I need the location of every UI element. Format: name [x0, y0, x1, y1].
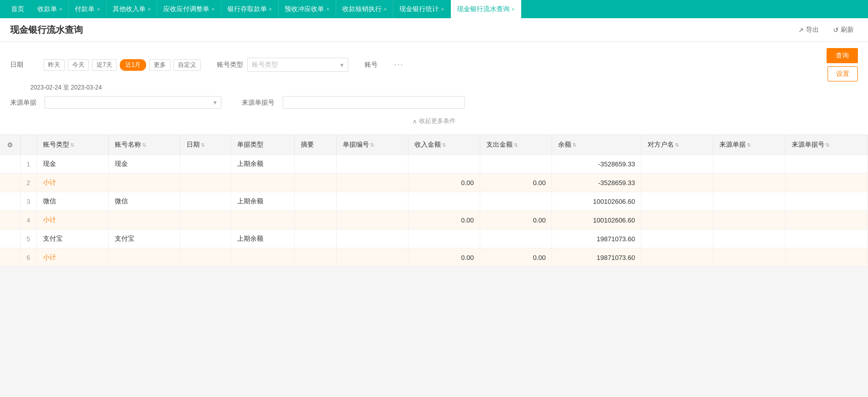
close-icon[interactable]: × [211, 6, 214, 12]
source-doc-select[interactable]: ▾ [44, 96, 221, 109]
cell-account-type: 小计 [36, 211, 108, 230]
nav-tab-预收冲应收单[interactable]: 预收冲应收单× [279, 0, 336, 18]
filter-area: 日期 昨天今天近7天近1月更多自定义 账号类型 账号类型 ▾ 账号 ··· 查询… [0, 42, 868, 135]
sort-icon: ⇅ [70, 142, 74, 148]
column-source_doc_no[interactable]: 来源单据号⇅ [785, 135, 867, 155]
cell-counterpart [642, 230, 713, 248]
close-icon[interactable]: × [148, 6, 151, 12]
export-button[interactable]: ↗ 导出 [794, 23, 823, 36]
date-options-group: 昨天今天近7天近1月更多自定义 [43, 59, 201, 71]
cell-source-doc-no [785, 230, 867, 248]
cell-doc-no [336, 248, 408, 267]
table-row: 2小计0.000.00-3528659.33 [0, 173, 868, 192]
close-icon[interactable]: × [326, 6, 329, 12]
nav-tab-收款核销执行[interactable]: 收款核销执行× [336, 0, 393, 18]
sort-icon: ⇅ [572, 142, 576, 148]
cell-summary [294, 173, 336, 192]
tab-label: 收款单 [37, 5, 57, 14]
nav-tab-收款单[interactable]: 收款单× [31, 0, 69, 18]
row-gear [0, 248, 20, 267]
cell-income [408, 155, 480, 173]
column-income[interactable]: 收入金额⇅ [408, 135, 480, 155]
cell-summary [294, 192, 336, 211]
cell-account-name: 现金 [108, 155, 180, 173]
cell-source-doc [713, 192, 785, 211]
nav-tab-现金银行统计[interactable]: 现金银行统计× [393, 0, 450, 18]
data-table: ⚙账号类型⇅账号名称⇅日期⇅单据类型摘要单据编号⇅收入金额⇅支出金额⇅余额⇅对方… [0, 135, 868, 267]
table-row: 4小计0.000.00100102606.60 [0, 211, 868, 230]
column-account_name[interactable]: 账号名称⇅ [108, 135, 180, 155]
date-btn-昨天[interactable]: 昨天 [43, 59, 65, 71]
tab-label: 现金银行统计 [399, 5, 439, 14]
cell-account-type: 现金 [36, 155, 108, 173]
nav-tab-付款单[interactable]: 付款单× [69, 0, 106, 18]
cell-doc-no [336, 211, 408, 230]
cell-balance: 19871073.60 [552, 248, 642, 267]
date-btn-更多[interactable]: 更多 [149, 59, 170, 71]
nav-home[interactable]: 首页 [4, 0, 31, 18]
cell-account-name: 支付宝 [108, 230, 180, 248]
cell-source-doc-no [785, 192, 867, 211]
column-gear[interactable]: ⚙ [0, 135, 20, 155]
column-expense[interactable]: 支出金额⇅ [480, 135, 552, 155]
cell-doc-type: 上期余额 [231, 192, 294, 211]
export-icon: ↗ [798, 26, 804, 34]
close-icon[interactable]: × [512, 6, 515, 12]
cell-expense: 0.00 [480, 248, 552, 267]
tab-label: 收款核销执行 [342, 5, 382, 14]
top-navigation: 首页 收款单×付款单×其他收入单×应收应付调整单×银行存取款单×预收冲应收单×收… [0, 0, 868, 18]
row-gear [0, 211, 20, 230]
account-type-select[interactable]: 账号类型 ▾ [247, 58, 348, 72]
table-container: ⚙账号类型⇅账号名称⇅日期⇅单据类型摘要单据编号⇅收入金额⇅支出金额⇅余额⇅对方… [0, 135, 868, 267]
column-date[interactable]: 日期⇅ [180, 135, 231, 155]
cell-account-type: 微信 [36, 192, 108, 211]
cell-source-doc [713, 211, 785, 230]
cell-expense: 0.00 [480, 173, 552, 192]
cell-date [180, 173, 231, 192]
cell-counterpart [642, 192, 713, 211]
cell-date [180, 192, 231, 211]
sort-icon: ⇅ [142, 142, 146, 148]
nav-tab-其他收入单[interactable]: 其他收入单× [107, 0, 157, 18]
page-header: 现金银行流水查询 ↗ 导出 ↺ 刷新 [0, 18, 868, 42]
account-dots[interactable]: ··· [394, 60, 403, 69]
cell-income: 0.00 [408, 248, 480, 267]
cell-source-doc [713, 230, 785, 248]
refresh-button[interactable]: ↺ 刷新 [829, 23, 858, 36]
close-icon[interactable]: × [59, 6, 62, 12]
column-doc_no[interactable]: 单据编号⇅ [336, 135, 408, 155]
column-source_doc[interactable]: 来源单据⇅ [713, 135, 785, 155]
collapse-bar[interactable]: ∧ 收起更多条件 [10, 114, 858, 128]
close-icon[interactable]: × [441, 6, 444, 12]
column-balance[interactable]: 余额⇅ [552, 135, 642, 155]
date-range-display: 2023-02-24 至 2023-03-24 [30, 84, 102, 91]
sort-icon: ⇅ [442, 142, 446, 148]
close-icon[interactable]: × [384, 6, 387, 12]
column-rownum [20, 135, 36, 155]
cell-source-doc-no [785, 155, 867, 173]
tab-label: 其他收入单 [113, 5, 146, 14]
table-row: 6小计0.000.0019871073.60 [0, 248, 868, 267]
tab-label: 现金银行流水查询 [457, 5, 510, 14]
column-account_type[interactable]: 账号类型⇅ [36, 135, 108, 155]
date-btn-自定义[interactable]: 自定义 [173, 59, 201, 71]
column-counterpart[interactable]: 对方户名⇅ [642, 135, 713, 155]
chevron-down-icon-2: ▾ [213, 99, 217, 106]
source-doc-no-label: 来源单据号 [242, 98, 275, 107]
source-doc-no-input[interactable] [283, 96, 465, 109]
close-icon[interactable]: × [269, 6, 272, 12]
nav-tab-应收应付调整单[interactable]: 应收应付调整单× [157, 0, 221, 18]
date-btn-今天[interactable]: 今天 [68, 59, 89, 71]
date-btn-近1月[interactable]: 近1月 [120, 59, 147, 71]
nav-tab-现金银行流水查询[interactable]: 现金银行流水查询× [451, 0, 521, 18]
nav-tab-银行存取款单[interactable]: 银行存取款单× [221, 0, 279, 18]
settings-button[interactable]: 设置 [828, 66, 858, 81]
close-icon[interactable]: × [97, 6, 100, 12]
date-btn-近7天[interactable]: 近7天 [92, 59, 117, 71]
cell-doc-no [336, 173, 408, 192]
cell-counterpart [642, 211, 713, 230]
query-button[interactable]: 查询 [827, 48, 858, 63]
cell-income [408, 192, 480, 211]
column-summary: 摘要 [294, 135, 336, 155]
cell-balance: 19871073.60 [552, 230, 642, 248]
